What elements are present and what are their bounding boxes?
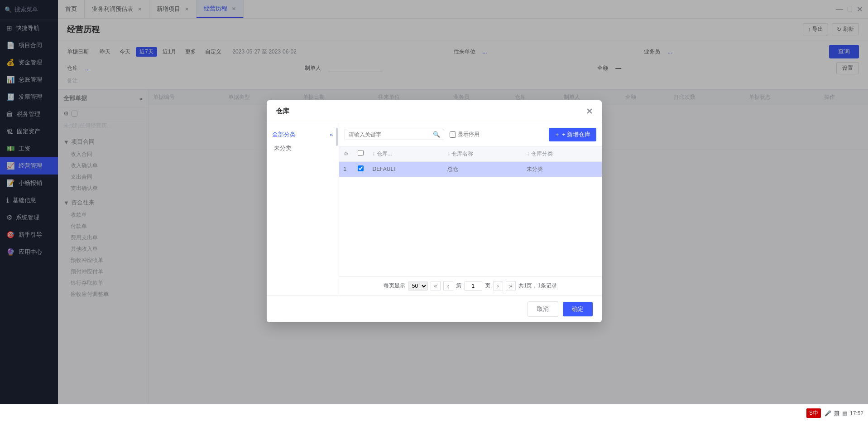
row-id-1: 1: [339, 161, 353, 177]
dialog-page-input[interactable]: [464, 281, 482, 291]
show-disabled-checkbox[interactable]: [450, 131, 456, 138]
col-code: ↕ 仓库...: [368, 146, 443, 162]
dialog-footer: 取消 确定: [267, 296, 602, 322]
category-collapse-icon[interactable]: «: [330, 131, 333, 138]
taskbar-mic-icon: 🎤: [825, 410, 831, 417]
col-name: ↕ 仓库名称: [443, 146, 522, 162]
dialog-page-suffix: 页: [485, 282, 490, 290]
warehouse-dialog: 仓库 ✕ 全部分类 « 未分类: [267, 100, 602, 322]
category-panel: 全部分类 « 未分类: [267, 123, 339, 296]
taskbar-time: 17:52: [850, 410, 863, 417]
category-scrollbar[interactable]: [336, 128, 338, 146]
dialog-next-page-btn[interactable]: ›: [493, 281, 503, 291]
search-box: 🔍: [345, 129, 444, 140]
dialog-total-text: 共1页，1条记录: [518, 282, 557, 290]
dialog-last-page-btn[interactable]: »: [506, 281, 516, 291]
dialog-table-row[interactable]: 1 DEFAULT 总仓 未分类: [339, 161, 602, 177]
confirm-button[interactable]: 确定: [563, 302, 593, 316]
content-panel: 🔍 显示停用 ＋ + 新增仓库: [339, 123, 602, 296]
dialog-page-label: 第: [456, 282, 461, 290]
col-settings: ⚙: [339, 146, 353, 162]
dialog-table: ⚙ ↕ 仓库... ↕: [339, 146, 602, 177]
cancel-button[interactable]: 取消: [528, 301, 558, 317]
dialog-table-header: ⚙ ↕ 仓库... ↕: [339, 146, 602, 162]
dialog-title: 仓库: [276, 107, 289, 116]
col-settings-icon[interactable]: ⚙: [344, 150, 349, 157]
dialog-page-size-select[interactable]: 50: [408, 281, 428, 291]
dialog-page-size-label: 每页显示: [384, 282, 405, 290]
taskbar: S中 🎤 🖼 ▦ 17:52: [0, 404, 868, 422]
show-disabled-label: 显示停用: [450, 131, 480, 138]
col-checkbox-header: [353, 146, 368, 162]
row-name-1: 总仓: [443, 161, 522, 177]
dialog-pagination: 每页显示 50 « ‹ 第 页 › » 共1页，1条记录: [339, 276, 602, 296]
search-input[interactable]: [345, 130, 429, 140]
row-code-1: DEFAULT: [368, 161, 443, 177]
col-category: ↕ 仓库分类: [522, 146, 601, 162]
row-category-1: 未分类: [522, 161, 601, 177]
dialog-body: 全部分类 « 未分类 🔍: [267, 123, 602, 296]
dialog-close-icon[interactable]: ✕: [586, 107, 593, 116]
add-warehouse-button[interactable]: ＋ + 新增仓库: [549, 128, 596, 141]
all-category-label: 全部分类: [272, 131, 296, 139]
dialog-overlay: 仓库 ✕ 全部分类 « 未分类: [0, 0, 868, 422]
taskbar-filter-icon: ▦: [842, 410, 847, 417]
dialog-toolbar: 🔍 显示停用 ＋ + 新增仓库: [339, 123, 602, 146]
category-uncategorized[interactable]: 未分类: [267, 141, 339, 155]
dialog-prev-page-btn[interactable]: ‹: [443, 281, 453, 291]
dialog-first-page-btn[interactable]: «: [431, 281, 441, 291]
add-icon: ＋: [554, 131, 560, 139]
select-all-checkbox[interactable]: [358, 150, 364, 156]
taskbar-img-icon: 🖼: [834, 410, 839, 417]
taskbar-brand: S中: [806, 408, 821, 418]
dialog-table-area: ⚙ ↕ 仓库... ↕: [339, 146, 602, 276]
row-checkbox-1[interactable]: [353, 161, 368, 177]
search-submit-icon[interactable]: 🔍: [429, 129, 444, 140]
dialog-header: 仓库 ✕: [267, 100, 602, 123]
category-all[interactable]: 全部分类 «: [267, 128, 339, 141]
